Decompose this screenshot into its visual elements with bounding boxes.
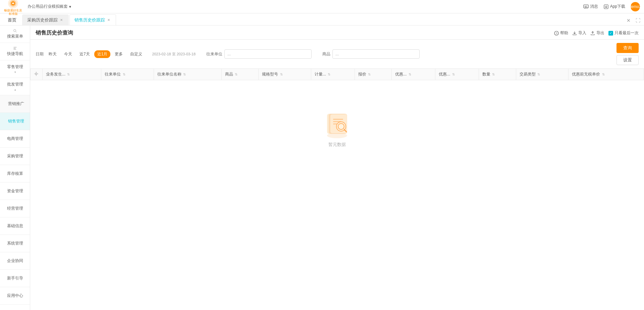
date-btn-more[interactable]: 更多 — [112, 50, 126, 58]
quick-nav-icon — [12, 46, 18, 50]
sidebar-item-system[interactable]: 系统管理 — [0, 235, 30, 252]
user-avatar[interactable]: demo2 — [631, 2, 640, 11]
sort-icon-7: ⇅ — [368, 72, 371, 76]
sidebar-item-finance-label: 资金管理 — [7, 188, 23, 194]
date-btn-last7[interactable]: 近7天 — [76, 50, 93, 58]
sidebar-item-marketing-label: 营销推广 — [8, 101, 24, 107]
sidebar-item-search-menu[interactable]: 搜索菜单 — [0, 25, 30, 43]
import-label: 导入 — [578, 30, 586, 36]
svg-rect-11 — [13, 48, 16, 48]
table-settings-icon — [34, 71, 39, 76]
sidebar-item-purchase-mgmt-label: 采购管理 — [7, 153, 23, 159]
svg-rect-26 — [333, 119, 343, 120]
page-container: 销售历史价查询 ? 帮助 — [30, 25, 644, 310]
col-discount1[interactable]: 优惠... ⇅ — [392, 69, 435, 80]
sort-icon-3: ⇅ — [183, 72, 186, 76]
sidebar-item-quick-nav[interactable]: 快捷导航 — [0, 43, 30, 60]
col-quantity-label: 数量 — [482, 72, 490, 76]
page-header: 销售历史价查询 ? 帮助 — [30, 25, 644, 40]
message-label: 消息 — [590, 4, 598, 9]
sidebar-item-enterprise-wechat[interactable]: 企业微信 — [0, 305, 30, 310]
sidebar-item-wholesale-mgmt[interactable]: 批发管理 ▴ — [0, 78, 30, 95]
app-download-icon — [603, 4, 609, 9]
partner-label: 往来单位 — [206, 51, 222, 57]
sidebar-item-new-guide[interactable]: 新手引导 — [0, 270, 30, 287]
col-discount1-label: 优惠... — [395, 72, 407, 76]
col-partner-name[interactable]: 往来单位名称 ⇅ — [154, 69, 221, 80]
export-btn[interactable]: 导出 — [590, 30, 604, 36]
help-label: 帮助 — [560, 30, 568, 36]
tab-sales-history[interactable]: 销售历史价跟踪 ✕ — [69, 14, 116, 25]
message-action[interactable]: 消息 — [583, 4, 598, 9]
app-download-action[interactable]: App下载 — [603, 4, 625, 9]
app-logo — [8, 0, 18, 9]
sidebar: 搜索菜单 快捷导航 零售管理 ▾ 批发管理 ▴ 营销推广 销售管理 电商管理 — [0, 25, 30, 310]
col-discount2[interactable]: 优惠... ⇅ — [435, 69, 479, 80]
col-settings[interactable] — [31, 69, 43, 80]
empty-state: 暂元数据 — [30, 80, 644, 174]
sidebar-item-new-guide-label: 新手引导 — [7, 275, 23, 281]
empty-text: 暂元数据 — [328, 142, 346, 148]
sidebar-item-ecommerce[interactable]: 电商管理 — [0, 130, 30, 148]
tab-sales-close-icon[interactable]: ✕ — [106, 18, 111, 22]
sidebar-item-ecommerce-label: 电商管理 — [7, 136, 23, 142]
partner-input[interactable]: ... — [224, 49, 312, 59]
col-pre-tax-price-label: 优惠前无税单价 — [572, 72, 600, 76]
tab-sales-label: 销售历史价跟踪 — [74, 17, 105, 23]
sidebar-item-inventory[interactable]: 库存核算 — [0, 165, 30, 183]
sidebar-item-finance[interactable]: 资金管理 — [0, 183, 30, 200]
col-partner-code[interactable]: 往来单位 ⇅ — [101, 69, 154, 80]
sidebar-item-app-center[interactable]: 应用中心 — [0, 287, 30, 305]
tab-close-all-btn[interactable]: ✕ — [625, 17, 632, 24]
svg-point-17 — [36, 73, 37, 75]
date-btn-custom[interactable]: 自定义 — [127, 50, 145, 58]
col-quantity[interactable]: 数量 ⇅ — [479, 69, 516, 80]
product-input-placeholder: ... — [335, 52, 339, 56]
tab-home[interactable]: 首页 — [3, 14, 21, 25]
logo-area: 畅捷通好生意 标准版 办公用品行业模拟账套 ▾ — [4, 0, 74, 15]
date-btn-yesterday[interactable]: 昨天 — [46, 50, 60, 58]
page-header-actions: ? 帮助 导入 — [554, 30, 639, 36]
sidebar-item-enterprise-agreement[interactable]: 企业协同 — [0, 252, 30, 270]
date-range-display: 2023-02-18 至 2023-03-18 — [149, 52, 196, 57]
empty-illustration — [320, 107, 354, 142]
date-btn-today[interactable]: 今天 — [61, 50, 75, 58]
sidebar-item-basic-info[interactable]: 基础信息 — [0, 217, 30, 235]
tab-purchase-close-icon[interactable]: ✕ — [59, 18, 64, 22]
col-quote-price[interactable]: 报价 ⇅ — [355, 69, 392, 80]
col-unit[interactable]: 计量... ⇅ — [311, 69, 355, 80]
partner-input-placeholder: ... — [227, 52, 231, 56]
query-button[interactable]: 查询 — [616, 43, 639, 53]
import-btn[interactable]: 导入 — [572, 30, 586, 36]
sidebar-item-purchase-mgmt[interactable]: 采购管理 — [0, 148, 30, 165]
settings-button[interactable]: 设置 — [616, 55, 639, 65]
data-table: 业务发生... ⇅ 往来单位 ⇅ 往来单位名称 ⇅ — [30, 68, 644, 80]
sort-icon-12: ⇅ — [602, 72, 605, 76]
sidebar-item-operations[interactable]: 经营管理 — [0, 200, 30, 217]
sidebar-item-inventory-label: 库存核算 — [7, 171, 23, 176]
only-last-checkbox[interactable]: ✓ 只看最后一次 — [608, 30, 639, 36]
workspace-selector[interactable]: 办公用品行业模拟账套 ▾ — [25, 2, 74, 11]
sidebar-item-sales-mgmt[interactable]: 销售管理 — [0, 113, 30, 130]
sort-icon-8: ⇅ — [409, 72, 411, 76]
table-container: 业务发生... ⇅ 往来单位 ⇅ 往来单位名称 ⇅ — [30, 68, 644, 174]
date-filter-group: 日期 昨天 今天 近7天 近1月 更多 自定义 — [36, 50, 145, 58]
col-unit-label: 计量... — [315, 72, 326, 76]
col-pre-tax-price[interactable]: 优惠前无税单价 ⇅ — [569, 69, 644, 80]
sidebar-item-retail-mgmt[interactable]: 零售管理 ▾ — [0, 60, 30, 78]
date-btn-last1m[interactable]: 近1月 — [94, 50, 111, 58]
sidebar-item-retail-mgmt-label: 零售管理 — [7, 64, 23, 70]
product-input[interactable]: ... — [332, 49, 420, 59]
workspace-dropdown-icon: ▾ — [69, 4, 71, 9]
help-btn[interactable]: ? 帮助 — [554, 30, 568, 36]
tab-purchase-history[interactable]: 采购历史价跟踪 ✕ — [22, 14, 69, 25]
tab-fullscreen-btn[interactable]: ⛶ — [635, 17, 641, 24]
table-header-row: 业务发生... ⇅ 往来单位 ⇅ 往来单位名称 ⇅ — [31, 69, 644, 80]
col-trade-type[interactable]: 交易类型 ⇅ — [516, 69, 568, 80]
col-spec[interactable]: 规格型号 ⇅ — [259, 69, 311, 80]
sort-icon-6: ⇅ — [328, 72, 330, 76]
tab-home-label: 首页 — [8, 17, 16, 23]
sidebar-item-marketing[interactable]: 营销推广 — [0, 95, 30, 113]
col-business-date[interactable]: 业务发生... ⇅ — [43, 69, 101, 80]
col-product[interactable]: 商品 ⇅ — [221, 69, 259, 80]
